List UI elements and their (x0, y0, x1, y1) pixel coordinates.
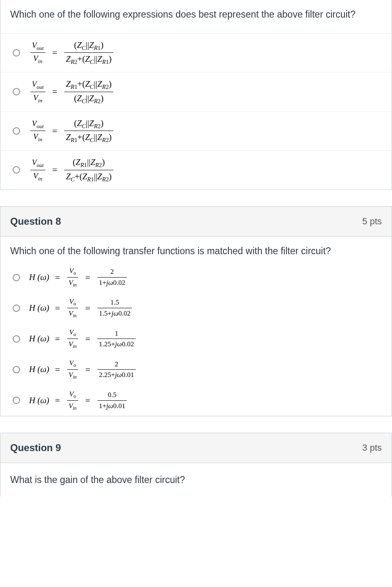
question-7-options: Vout Vin = (ZC||ZR1) ZR2+(ZC||ZR1) Vout … (0, 34, 392, 190)
q7-option-3[interactable]: Vout Vin = (ZC||ZR2) ZR1+(ZC||ZR2) (0, 111, 392, 151)
question-8-options: H (ω) = Vo Vin = 2 1+jω0.02 H (ω) (0, 262, 392, 415)
q8-option-4-label: H (ω) = Vo Vin = 2 2.25+jω0.01 (29, 358, 137, 381)
question-9-title: Question 9 (10, 442, 61, 454)
question-7-card: Which one of the following expressions d… (0, 0, 392, 190)
q8-option-3[interactable]: H (ω) = Vo Vin = 1 1.25+jω0.02 (0, 323, 392, 354)
q7-option-1-label: Vout Vin = (ZC||ZR1) ZR2+(ZC||ZR1) (29, 39, 115, 67)
q8-option-2[interactable]: H (ω) = Vo Vin = 1.5 1.5+jω0.02 (0, 293, 392, 323)
radio-icon (13, 366, 20, 373)
question-9-header: Question 9 3 pts (0, 433, 392, 463)
radio-icon (13, 88, 20, 95)
radio-icon (13, 49, 20, 56)
q7-option-2[interactable]: Vout Vin = ZR1+(ZC||ZR2) (ZC||ZR2) (0, 72, 392, 111)
q8-option-5-label: H (ω) = Vo Vin = 0.5 1+jω0.01 (29, 389, 128, 412)
q7-option-4[interactable]: Vout Vin = (ZR1||ZR2) ZC+(ZR1||ZR2) (0, 150, 392, 190)
q7-option-2-label: Vout Vin = ZR1+(ZC||ZR2) (ZC||ZR2) (29, 78, 115, 106)
radio-icon (13, 274, 20, 281)
question-9-pts: 3 pts (362, 443, 382, 453)
question-8-header: Question 8 5 pts (0, 207, 392, 237)
q8-option-1-label: H (ω) = Vo Vin = 2 1+jω0.02 (29, 266, 128, 289)
q8-option-4[interactable]: H (ω) = Vo Vin = 2 2.25+jω0.01 (0, 354, 392, 385)
q7-option-4-label: Vout Vin = (ZR1||ZR2) ZC+(ZR1||ZR2) (29, 156, 115, 184)
question-8-card: Question 8 5 pts Which one of the follow… (0, 206, 392, 416)
question-8-body: Which one of the following transfer func… (0, 237, 392, 416)
radio-icon (13, 397, 20, 404)
q8-option-2-label: H (ω) = Vo Vin = 1.5 1.5+jω0.02 (29, 297, 133, 319)
question-9-card: Question 9 3 pts What is the gain of the… (0, 433, 392, 497)
q8-option-3-label: H (ω) = Vo Vin = 1 1.25+jω0.02 (29, 327, 137, 350)
question-8-prompt: Which one of the following transfer func… (0, 237, 392, 262)
q7-option-1[interactable]: Vout Vin = (ZC||ZR1) ZR2+(ZC||ZR1) (0, 34, 392, 72)
radio-icon (13, 305, 20, 312)
question-8-title: Question 8 (10, 216, 61, 227)
radio-icon (13, 127, 20, 135)
q8-option-1[interactable]: H (ω) = Vo Vin = 2 1+jω0.02 (0, 262, 392, 293)
question-8-pts: 5 pts (362, 216, 382, 227)
q7-option-3-label: Vout Vin = (ZC||ZR2) ZR1+(ZC||ZR2) (29, 117, 115, 145)
radio-icon (13, 335, 20, 343)
question-9-body: What is the gain of the above filter cir… (0, 463, 392, 497)
q8-option-5[interactable]: H (ω) = Vo Vin = 0.5 1+jω0.01 (0, 385, 392, 416)
radio-icon (13, 166, 20, 174)
question-9-prompt: What is the gain of the above filter cir… (10, 473, 382, 493)
question-7-prompt: Which one of the following expressions d… (0, 0, 392, 34)
